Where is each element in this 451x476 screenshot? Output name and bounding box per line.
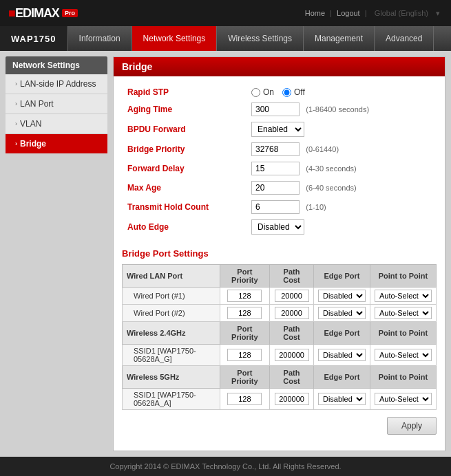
language-arrow: ▾ — [436, 9, 440, 17]
aging-time-input[interactable] — [251, 102, 300, 116]
rapid-stp-value: On Off — [246, 85, 437, 100]
sidebar-item-lan-port[interactable]: › LAN Port — [6, 94, 107, 114]
port-name-wired-2: Wired Port (#2) — [123, 305, 220, 322]
port-priority-input-wired-2[interactable] — [227, 307, 262, 319]
path-cost-header-24: Path Cost — [270, 322, 314, 345]
bridge-priority-hint: (0-61440) — [306, 145, 339, 153]
port-priority-input-ssid1-a[interactable] — [227, 393, 262, 405]
nav-item-advanced[interactable]: Advanced — [375, 26, 434, 51]
path-cost-header-wired: Path Cost — [270, 265, 314, 288]
nav-item-information[interactable]: Information — [67, 26, 132, 51]
sidebar-item-label: LAN-side IP Address — [20, 79, 96, 89]
apply-button[interactable]: Apply — [387, 417, 437, 435]
bridge-port-settings-title: Bridge Port Settings — [122, 248, 437, 259]
point-to-point-select-wired-1[interactable]: Auto-Select Enabled Disabled — [375, 290, 432, 302]
logout-link[interactable]: Logout — [337, 9, 360, 17]
aging-time-hint: (1-86400 seconds) — [306, 105, 369, 113]
port-priority-header-24: Port Priority — [220, 322, 269, 345]
bridge-priority-value: (0-61440) — [246, 140, 437, 159]
nav-items: Information Network Settings Wireless Se… — [67, 26, 434, 51]
bpdu-forward-row: BPDU Forward Enabled Disabled — [122, 119, 437, 140]
nav-brand: WAP1750 — [0, 26, 67, 51]
port-name-ssid1-g: SSID1 [WAP1750-05628A_G] — [123, 345, 220, 366]
point-to-point-header-24: Point to Point — [370, 322, 436, 345]
transmit-hold-count-hint: (1-10) — [306, 203, 326, 211]
sidebar-item-bridge[interactable]: › Bridge — [6, 134, 107, 154]
max-age-label: Max Age — [122, 178, 246, 197]
edge-port-select-ssid1-a[interactable]: Disabled Enabled — [318, 393, 366, 405]
edge-port-select-ssid1-g[interactable]: Disabled Enabled — [318, 349, 366, 361]
auto-edge-value: Disabled Enabled — [246, 217, 437, 237]
path-cost-input-ssid1-g[interactable] — [275, 349, 309, 361]
rapid-stp-on-option[interactable]: On — [251, 87, 274, 97]
wireless-5-header-row: Wireless 5GHz Port Priority Path Cost Ed… — [123, 366, 437, 389]
path-cost-input-ssid1-a[interactable] — [275, 393, 309, 405]
bridge-priority-label: Bridge Priority — [122, 140, 246, 159]
auto-edge-select[interactable]: Disabled Enabled — [251, 219, 304, 235]
table-row: Wired Port (#2) Disabled Enabled — [123, 305, 437, 322]
nav-item-wireless-settings[interactable]: Wireless Settings — [217, 26, 304, 51]
port-priority-ssid1-a — [220, 389, 269, 410]
edge-port-select-wired-2[interactable]: Disabled Enabled — [318, 307, 366, 319]
logo-text: ■EDIMAX — [8, 6, 59, 21]
sidebar-item-label: Bridge — [20, 139, 46, 149]
edge-port-header-24: Edge Port — [313, 322, 370, 345]
nav-item-management[interactable]: Management — [304, 26, 375, 51]
path-cost-wired-1 — [270, 288, 314, 305]
rapid-stp-off-option[interactable]: Off — [282, 87, 305, 97]
port-priority-header-5: Port Priority — [220, 366, 269, 389]
point-to-point-ssid1-a: Auto-Select Enabled Disabled — [370, 389, 436, 410]
edge-port-select-wired-1[interactable]: Disabled Enabled — [318, 290, 366, 302]
page-footer: Copyright 2014 © EDIMAX Technology Co., … — [0, 457, 451, 476]
path-cost-input-wired-1[interactable] — [275, 290, 309, 302]
edge-port-ssid1-a: Disabled Enabled — [313, 389, 370, 410]
table-row: Wired Port (#1) Disabled Enabled — [123, 288, 437, 305]
auto-edge-label: Auto Edge — [122, 217, 246, 237]
home-link[interactable]: Home — [305, 9, 325, 17]
max-age-value: (6-40 seconds) — [246, 178, 437, 197]
transmit-hold-count-row: Transmit Hold Count (1-10) — [122, 197, 437, 217]
sidebar-item-label: VLAN — [20, 119, 41, 129]
path-cost-header-5: Path Cost — [270, 366, 314, 389]
logo-pro-badge: Pro — [62, 9, 78, 17]
point-to-point-ssid1-g: Auto-Select Enabled Disabled — [370, 345, 436, 366]
language-selector[interactable]: Global (English) — [375, 9, 428, 17]
wireless-5-header: Wireless 5GHz — [123, 366, 220, 389]
point-to-point-select-wired-2[interactable]: Auto-Select Enabled Disabled — [375, 307, 432, 319]
point-to-point-header-5: Point to Point — [370, 366, 436, 389]
rapid-stp-radio-group: On Off — [251, 87, 431, 97]
bpdu-forward-select[interactable]: Enabled Disabled — [251, 122, 304, 137]
forward-delay-row: Forward Delay (4-30 seconds) — [122, 159, 437, 178]
bridge-priority-input[interactable] — [251, 142, 300, 156]
point-to-point-select-ssid1-a[interactable]: Auto-Select Enabled Disabled — [375, 393, 432, 405]
port-priority-input-ssid1-g[interactable] — [227, 349, 262, 361]
edge-port-header-5: Edge Port — [313, 366, 370, 389]
max-age-input[interactable] — [251, 181, 300, 195]
rapid-stp-on-radio[interactable] — [251, 88, 260, 97]
rapid-stp-off-radio[interactable] — [282, 88, 291, 97]
bridge-port-table: Wired LAN Port Port Priority Path Cost E… — [122, 264, 437, 410]
forward-delay-input[interactable] — [251, 162, 300, 175]
port-name-wired-1: Wired Port (#1) — [123, 288, 220, 305]
table-row: SSID1 [WAP1750-05628A_A] Disabled Enable… — [123, 389, 437, 410]
main-layout: Network Settings › LAN-side IP Address ›… — [0, 51, 451, 457]
port-priority-header-wired: Port Priority — [220, 265, 269, 288]
nav-item-network-settings[interactable]: Network Settings — [132, 26, 218, 51]
transmit-hold-count-input[interactable] — [251, 200, 300, 214]
path-cost-input-wired-2[interactable] — [275, 307, 309, 319]
point-to-point-select-ssid1-g[interactable]: Auto-Select Enabled Disabled — [375, 349, 432, 361]
sidebar-item-lan-ip[interactable]: › LAN-side IP Address — [6, 74, 107, 94]
rapid-stp-label: Rapid STP — [122, 85, 246, 100]
edge-port-ssid1-g: Disabled Enabled — [313, 345, 370, 366]
aging-time-value: (1-86400 seconds) — [246, 100, 437, 119]
edge-port-wired-2: Disabled Enabled — [313, 305, 370, 322]
point-to-point-header-wired: Point to Point — [370, 265, 436, 288]
aging-time-row: Aging Time (1-86400 seconds) — [122, 100, 437, 119]
rapid-stp-row: Rapid STP On Off — [122, 85, 437, 100]
forward-delay-label: Forward Delay — [122, 159, 246, 178]
port-priority-input-wired-1[interactable] — [227, 290, 262, 302]
sidebar-item-vlan[interactable]: › VLAN — [6, 114, 107, 134]
arrow-icon: › — [15, 140, 17, 147]
port-name-ssid1-a: SSID1 [WAP1750-05628A_A] — [123, 389, 220, 410]
forward-delay-hint: (4-30 seconds) — [306, 164, 356, 173]
